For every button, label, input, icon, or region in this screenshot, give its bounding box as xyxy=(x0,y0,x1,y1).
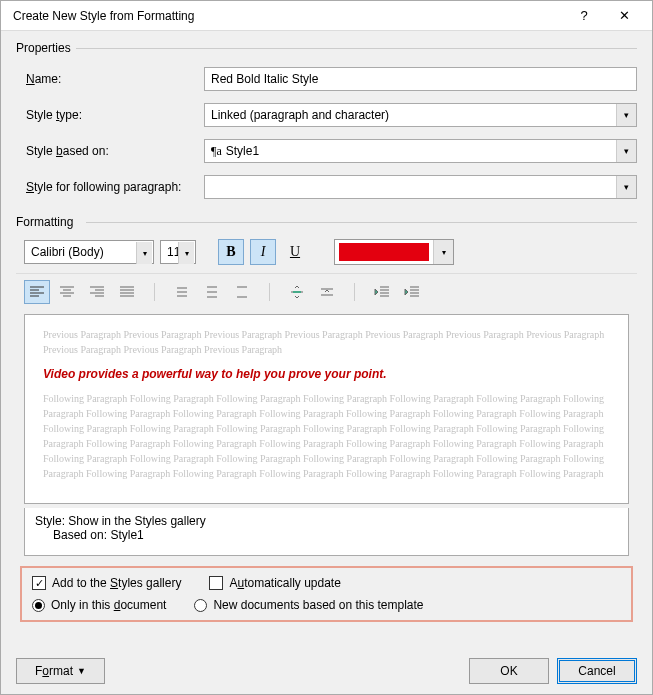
style-following-label: Style for following paragraph: xyxy=(16,180,196,194)
chevron-down-icon: ▾ xyxy=(616,104,636,126)
bold-button[interactable]: B xyxy=(218,239,244,265)
help-button[interactable]: ? xyxy=(564,2,604,30)
chevron-down-icon: ▾ xyxy=(178,242,194,264)
space-before-button[interactable] xyxy=(284,280,310,304)
auto-update-checkbox[interactable]: Automatically update xyxy=(209,576,340,590)
style-based-on-select[interactable]: ¶aStyle1 ▾ xyxy=(204,139,637,163)
pilcrow-icon: ¶a xyxy=(211,144,222,159)
checkbox-unchecked-icon xyxy=(209,576,223,590)
name-input[interactable] xyxy=(204,67,637,91)
chevron-down-icon: ▾ xyxy=(616,176,636,198)
dialog-title: Create New Style from Formatting xyxy=(13,9,564,23)
caret-down-icon: ▼ xyxy=(77,666,86,676)
align-left-button[interactable] xyxy=(24,280,50,304)
footer: Format▼ OK Cancel xyxy=(1,648,652,694)
space-after-button[interactable] xyxy=(314,280,340,304)
color-swatch xyxy=(339,243,429,261)
radio-unchecked-icon xyxy=(194,599,207,612)
align-justify-button[interactable] xyxy=(114,280,140,304)
name-label: Name: xyxy=(16,72,196,86)
font-size-select[interactable]: 11 ▾ xyxy=(160,240,196,264)
align-right-button[interactable] xyxy=(84,280,110,304)
font-select[interactable]: Calibri (Body) ▾ xyxy=(24,240,154,264)
checkbox-checked-icon: ✓ xyxy=(32,576,46,590)
italic-button[interactable]: I xyxy=(250,239,276,265)
titlebar: Create New Style from Formatting ? ✕ xyxy=(1,1,652,31)
underline-button[interactable]: U xyxy=(282,239,308,265)
style-description: Style: Show in the Styles gallery Based … xyxy=(24,508,629,556)
create-style-dialog: Create New Style from Formatting ? ✕ Pro… xyxy=(0,0,653,695)
only-this-document-radio[interactable]: Only in this document xyxy=(32,598,166,612)
preview-previous-text: Previous Paragraph Previous Paragraph Pr… xyxy=(43,327,610,357)
style-type-select[interactable]: Linked (paragraph and character) ▾ xyxy=(204,103,637,127)
cancel-button[interactable]: Cancel xyxy=(557,658,637,684)
spacing-15-button[interactable] xyxy=(199,280,225,304)
decrease-indent-button[interactable] xyxy=(369,280,395,304)
new-documents-radio[interactable]: New documents based on this template xyxy=(194,598,423,612)
chevron-down-icon: ▾ xyxy=(433,240,453,264)
chevron-down-icon: ▾ xyxy=(136,242,152,264)
formatting-section-label: Formatting xyxy=(16,215,637,229)
add-to-gallery-checkbox[interactable]: ✓ Add to the Styles gallery xyxy=(32,576,181,590)
style-type-label: Style type: xyxy=(16,108,196,122)
style-following-select[interactable]: ▾ xyxy=(204,175,637,199)
options-highlight: ✓ Add to the Styles gallery Automaticall… xyxy=(20,566,633,622)
preview-following-text: Following Paragraph Following Paragraph … xyxy=(43,391,610,481)
preview-pane: Previous Paragraph Previous Paragraph Pr… xyxy=(24,314,629,504)
format-button[interactable]: Format▼ xyxy=(16,658,105,684)
close-button[interactable]: ✕ xyxy=(604,2,644,30)
style-based-on-label: Style based on: xyxy=(16,144,196,158)
radio-checked-icon xyxy=(32,599,45,612)
font-color-button[interactable]: ▾ xyxy=(334,239,454,265)
align-center-button[interactable] xyxy=(54,280,80,304)
spacing-single-button[interactable] xyxy=(169,280,195,304)
ok-button[interactable]: OK xyxy=(469,658,549,684)
preview-sample-text: Video provides a powerful way to help yo… xyxy=(43,367,610,381)
properties-section-label: Properties xyxy=(16,41,637,55)
increase-indent-button[interactable] xyxy=(399,280,425,304)
chevron-down-icon: ▾ xyxy=(616,140,636,162)
spacing-double-button[interactable] xyxy=(229,280,255,304)
